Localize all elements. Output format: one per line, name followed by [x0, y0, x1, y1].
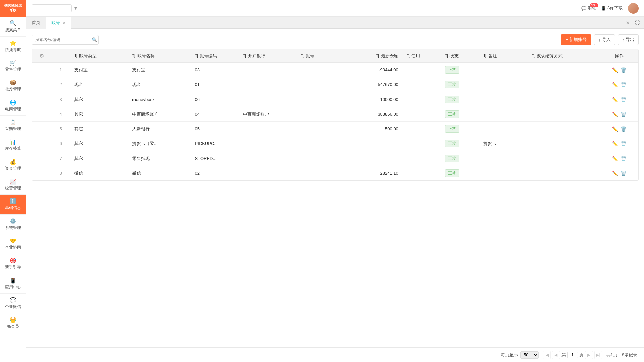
table-footer: 每页显示 50 20 100 |◀ ◀ 第 页 ▶ ▶| 共1页，8条记录 [26, 347, 644, 362]
next-page-button[interactable]: ▶ [585, 351, 593, 359]
avatar[interactable] [628, 3, 639, 14]
sidebar-item-operation-mgmt[interactable]: 📈 经营管理 [0, 175, 26, 195]
status-badge: 正常 [445, 169, 459, 177]
col-header-code[interactable]: ⇅ 账号编码 [191, 49, 239, 63]
tab-home[interactable]: 首页 [26, 17, 46, 29]
topbar-search-input[interactable] [32, 4, 72, 12]
col-header-use[interactable]: ⇅ 使用... [402, 49, 441, 63]
row-code: 03 [191, 63, 239, 77]
edit-icon[interactable]: ✏️ [612, 112, 618, 117]
row-note [479, 63, 527, 77]
sidebar-item-purchase-mgmt[interactable]: 📋 采购管理 [0, 116, 26, 135]
edit-icon[interactable]: ✏️ [612, 97, 618, 102]
row-balance: 10000.00 [345, 92, 402, 107]
first-page-button[interactable]: |◀ [543, 351, 551, 359]
delete-icon[interactable]: 🗑️ [621, 171, 626, 176]
delete-icon[interactable]: 🗑️ [621, 126, 626, 132]
sidebar-item-label: 电商管理 [1, 106, 25, 112]
tab-maximize-button[interactable]: ⛶ [633, 19, 641, 27]
page-label: 第 [561, 352, 566, 358]
col-header-note[interactable]: ⇅ 备注 [479, 49, 527, 63]
app-download-button[interactable]: 📱 App下载 [601, 5, 623, 11]
edit-icon[interactable]: ✏️ [612, 67, 618, 73]
col-header-action: 操作 [600, 49, 638, 63]
row-balance: 28241.10 [345, 166, 402, 181]
col-header-bank[interactable]: ⇅ 开户银行 [239, 49, 297, 63]
row-name: 微信 [128, 166, 191, 181]
row-default-settlement [528, 63, 600, 77]
row-bank [239, 166, 297, 181]
export-button[interactable]: ↑ 导出 [618, 34, 639, 45]
col-header-default-settlement[interactable]: ⇅ 默认结算方式 [528, 49, 600, 63]
row-note [479, 166, 527, 181]
delete-icon[interactable]: 🗑️ [621, 82, 626, 87]
delete-icon[interactable]: 🗑️ [621, 141, 626, 146]
import-button[interactable]: ↓ 导入 [594, 34, 615, 45]
per-page-select[interactable]: 50 20 100 [520, 351, 539, 359]
row-settings-cell [32, 107, 51, 122]
edit-icon[interactable]: ✏️ [612, 171, 618, 176]
edit-icon[interactable]: ✏️ [612, 141, 618, 146]
sidebar-item-basic-info[interactable]: ℹ️ 基础信息 [0, 195, 26, 215]
account-search-button[interactable]: 🔍 [89, 35, 99, 44]
row-balance [345, 136, 402, 151]
prev-page-button[interactable]: ◀ [552, 351, 560, 359]
row-action: ✏️ 🗑️ [600, 122, 638, 136]
vip-member-icon: 👑 [1, 317, 25, 323]
row-action: ✏️ 🗑️ [600, 107, 638, 122]
col-header-balance[interactable]: ⇅ 最新余额 [345, 49, 402, 63]
edit-icon[interactable]: ✏️ [612, 156, 618, 161]
last-page-button[interactable]: ▶| [594, 351, 602, 359]
sidebar-item-quick-nav[interactable]: ⭐ 快捷导航 [0, 37, 26, 56]
status-badge: 正常 [445, 140, 459, 147]
tab-account[interactable]: 账号 ✕ [46, 17, 71, 29]
sidebar-item-wholesale-mgmt[interactable]: 📦 批发管理 [0, 76, 26, 96]
col-header-account[interactable]: ⇅ 账号 [297, 49, 344, 63]
delete-icon[interactable]: 🗑️ [621, 67, 626, 73]
delete-icon[interactable]: 🗑️ [621, 97, 626, 102]
add-account-button[interactable]: + 新增账号 [561, 34, 591, 45]
col-type-label: ⇅ 账号类型 [74, 53, 97, 58]
delete-icon[interactable]: 🗑️ [621, 156, 626, 161]
sidebar-item-vip-member[interactable]: 👑 畅会员 [0, 313, 26, 333]
row-status: 正常 [441, 151, 480, 166]
row-status: 正常 [441, 92, 480, 107]
table-row: 2 现金 现金 01 547670.00 正常 ✏️ 🗑️ [32, 77, 638, 92]
edit-icon[interactable]: ✏️ [612, 126, 618, 132]
tab-close-all-button[interactable]: ✕ [624, 19, 632, 27]
account-table-wrapper: ⚙ ⇅ 账号类型 ⇅ 账号名称 ⇅ 账号编码 ⇅ 开户 [32, 49, 639, 181]
col-header-type[interactable]: ⇅ 账号类型 [70, 49, 128, 63]
sidebar-item-beginner-guide[interactable]: 🎯 新手引导 [0, 254, 26, 274]
sidebar-item-enterprise-agreement[interactable]: 🤝 企业协同 [0, 234, 26, 254]
column-settings-icon[interactable]: ⚙ [39, 53, 44, 59]
sidebar-item-label: 系统管理 [1, 225, 25, 231]
pagination: |◀ ◀ 第 页 ▶ ▶| [543, 351, 602, 359]
tab-account-close[interactable]: ✕ [63, 21, 65, 25]
col-header-name[interactable]: ⇅ 账号名称 [128, 49, 191, 63]
sidebar-item-search-menu[interactable]: 🔍 搜索菜单 [0, 17, 26, 37]
row-default-settlement [528, 92, 600, 107]
sidebar-item-enterprise-wechat[interactable]: 💬 企业微信 [0, 294, 26, 313]
sidebar-item-label: 采购管理 [1, 126, 25, 132]
topbar-search-icon[interactable]: ▾ [74, 5, 77, 11]
toolbar-right: + 新增账号 ↓ 导入 ↑ 导出 [561, 34, 639, 45]
delete-icon[interactable]: 🗑️ [621, 112, 626, 117]
message-button[interactable]: 💬 消息 99+ [581, 5, 596, 11]
sidebar-item-retail-mgmt[interactable]: 🛒 零售管理 [0, 56, 26, 76]
per-page-label: 每页显示 [501, 352, 518, 358]
col-header-status[interactable]: ⇅ 状态 [441, 49, 480, 63]
row-default-settlement [528, 136, 600, 151]
row-bank [239, 92, 297, 107]
sidebar-item-capital-mgmt[interactable]: 💰 资金管理 [0, 155, 26, 175]
sidebar-item-inventory-calc[interactable]: 📊 库存核算 [0, 135, 26, 155]
row-use [402, 136, 441, 151]
account-search-input[interactable] [32, 35, 89, 44]
tabbar: 首页 账号 ✕ ✕ ⛶ [26, 17, 644, 29]
row-default-settlement [528, 107, 600, 122]
edit-icon[interactable]: ✏️ [612, 82, 618, 87]
sidebar-item-ecommerce-mgmt[interactable]: 🌐 电商管理 [0, 96, 26, 116]
page-number-input[interactable] [567, 352, 578, 358]
sidebar-item-app-center[interactable]: 📱 应用中心 [0, 274, 26, 294]
sidebar-item-system-mgmt[interactable]: ⚙️ 系统管理 [0, 215, 26, 234]
row-account [297, 77, 344, 92]
